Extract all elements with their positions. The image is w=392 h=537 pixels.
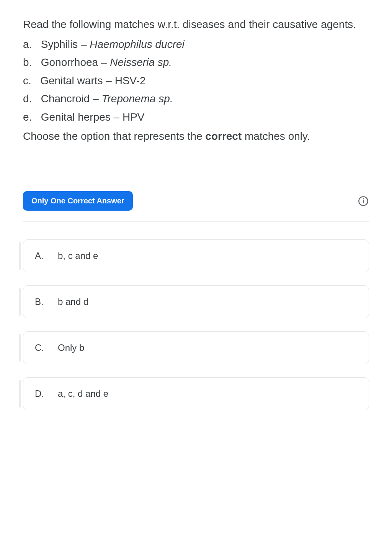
closing-post: matches only. (242, 130, 310, 142)
match-letter: d. (23, 93, 32, 105)
answer-type-badge: Only One Correct Answer (23, 191, 133, 211)
question-closing: Choose the option that represents the co… (23, 127, 369, 146)
info-icon[interactable] (358, 195, 369, 207)
match-sep: – (114, 111, 122, 123)
match-agent: HPV (122, 111, 145, 123)
badge-row: Only One Correct Answer (23, 191, 369, 222)
option-letter: D. (35, 388, 58, 399)
match-sep: – (101, 56, 110, 68)
match-item-b: b. Gonorrhoea – Neisseria sp. (23, 53, 369, 72)
closing-pre: Choose the option that represents the (23, 130, 205, 142)
question-page: Read the following matches w.r.t. diseas… (0, 0, 392, 439)
match-agent: Neisseria sp. (110, 56, 172, 68)
closing-bold: correct (205, 130, 242, 142)
match-letter: c. (23, 75, 31, 87)
match-item-a: a. Syphilis – Haemophilus ducrei (23, 35, 369, 54)
match-agent: Haemophilus ducrei (90, 38, 184, 50)
option-b[interactable]: B. b and d (23, 285, 369, 318)
option-c[interactable]: C. Only b (23, 331, 369, 364)
match-letter: e. (23, 111, 32, 123)
option-letter: A. (35, 250, 58, 261)
option-a[interactable]: A. b, c and e (23, 239, 369, 272)
match-agent: Treponema sp. (101, 93, 173, 105)
match-sep: – (93, 93, 101, 105)
option-letter: C. (35, 342, 58, 353)
option-text: b, c and e (58, 250, 98, 261)
match-disease: Gonorrhoea (41, 56, 98, 68)
match-disease: Chancroid (41, 93, 90, 105)
match-item-e: e. Genital herpes – HPV (23, 108, 369, 126)
svg-point-2 (363, 198, 364, 199)
option-text: a, c, d and e (58, 388, 108, 399)
option-text: Only b (58, 342, 84, 353)
match-letter: a. (23, 38, 32, 50)
option-letter: B. (35, 296, 58, 307)
question-stem: Read the following matches w.r.t. diseas… (23, 15, 369, 145)
match-item-c: c. Genital warts – HSV-2 (23, 72, 369, 90)
match-sep: – (81, 38, 90, 50)
match-agent: HSV-2 (115, 75, 146, 87)
options-list: A. b, c and e B. b and d C. Only b D. a,… (23, 239, 369, 410)
match-sep: – (106, 75, 114, 87)
option-d[interactable]: D. a, c, d and e (23, 377, 369, 410)
match-disease: Genital herpes (41, 111, 111, 123)
match-disease: Genital warts (40, 75, 103, 87)
match-letter: b. (23, 56, 32, 68)
match-item-d: d. Chancroid – Treponema sp. (23, 90, 369, 108)
question-intro: Read the following matches w.r.t. diseas… (23, 15, 369, 34)
match-disease: Syphilis (41, 38, 78, 50)
option-text: b and d (58, 296, 88, 307)
match-list: a. Syphilis – Haemophilus ducrei b. Gono… (23, 35, 369, 126)
